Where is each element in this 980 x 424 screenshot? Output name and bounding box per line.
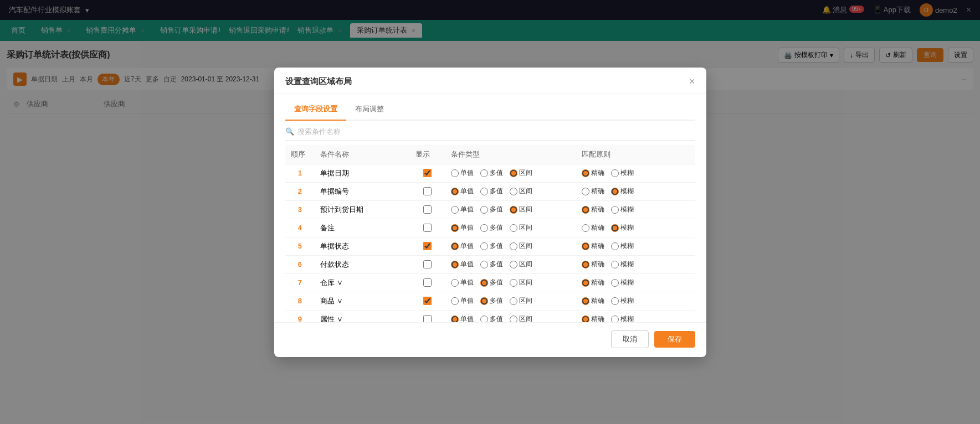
field-display-cell xyxy=(410,273,445,292)
type-radio-item[interactable]: 多值 xyxy=(480,296,503,306)
match-radio-item[interactable]: 精确 xyxy=(582,205,604,214)
type-radio-item[interactable]: 多值 xyxy=(480,260,503,269)
type-radio-item[interactable]: 多值 xyxy=(480,314,503,322)
field-display-checkbox[interactable] xyxy=(423,224,432,232)
match-radio-item[interactable]: 精确 xyxy=(582,223,604,232)
type-radio-item[interactable]: 单值 xyxy=(451,260,474,269)
field-order: 7 xyxy=(285,273,315,292)
type-radio-item[interactable]: 多值 xyxy=(480,278,503,287)
type-radio-item[interactable]: 单值 xyxy=(451,241,474,251)
field-match-cell: 精确模糊 xyxy=(576,237,695,255)
type-radio-item[interactable]: 区间 xyxy=(510,168,532,178)
table-row: 3预计到货日期单值多值区间精确模糊 xyxy=(285,200,695,219)
match-radio-item[interactable]: 模糊 xyxy=(611,296,634,306)
match-radio-item[interactable]: 精确 xyxy=(582,314,604,322)
table-row: 1单据日期单值多值区间精确模糊 xyxy=(285,164,695,182)
type-radio-item[interactable]: 单值 xyxy=(451,223,474,232)
field-type-cell: 单值多值区间 xyxy=(445,292,576,310)
field-match-cell: 精确模糊 xyxy=(576,310,695,322)
search-input[interactable] xyxy=(297,127,408,136)
match-radio-item[interactable]: 模糊 xyxy=(611,241,634,251)
dialog-footer: 取消 保存 xyxy=(274,322,706,357)
type-radio-item[interactable]: 单值 xyxy=(451,296,474,306)
type-radio-item[interactable]: 区间 xyxy=(510,296,532,306)
field-display-checkbox[interactable] xyxy=(423,169,432,177)
fields-table-header: 顺序 条件名称 显示 条件类型 匹配原则 xyxy=(285,145,695,164)
save-btn[interactable]: 保存 xyxy=(654,331,695,348)
type-radio-item[interactable]: 区间 xyxy=(510,260,532,269)
field-type-cell: 单值多值区间 xyxy=(445,182,576,200)
search-row: 🔍 xyxy=(285,127,695,141)
field-type-cell: 单值多值区间 xyxy=(445,273,576,292)
match-radio-item[interactable]: 模糊 xyxy=(611,187,634,196)
field-name: 单据日期 xyxy=(315,164,410,182)
field-display-checkbox[interactable] xyxy=(423,315,432,322)
type-radio-item[interactable]: 区间 xyxy=(510,241,532,251)
field-display-checkbox[interactable] xyxy=(423,297,432,305)
match-radio-item[interactable]: 精确 xyxy=(582,168,604,178)
match-radio-item[interactable]: 模糊 xyxy=(611,260,634,269)
match-radio-item[interactable]: 模糊 xyxy=(611,278,634,287)
match-radio-item[interactable]: 精确 xyxy=(582,241,604,251)
field-order: 2 xyxy=(285,182,315,200)
table-row: 9属性 ∨单值多值区间精确模糊 xyxy=(285,310,695,322)
match-radio-item[interactable]: 模糊 xyxy=(611,205,634,214)
type-radio-item[interactable]: 单值 xyxy=(451,205,474,214)
field-order: 5 xyxy=(285,237,315,255)
type-radio-item[interactable]: 多值 xyxy=(480,223,503,232)
field-name: 备注 xyxy=(315,219,410,237)
fields-table-scroll[interactable]: 顺序 条件名称 显示 条件类型 匹配原则 1单据日期单值多值区间精确模糊2单据编… xyxy=(285,145,695,322)
type-radio-item[interactable]: 区间 xyxy=(510,314,532,322)
type-radio-item[interactable]: 区间 xyxy=(510,223,532,232)
table-row: 5单据状态单值多值区间精确模糊 xyxy=(285,237,695,255)
field-order: 6 xyxy=(285,255,315,273)
type-radio-item[interactable]: 区间 xyxy=(510,187,532,196)
cancel-btn[interactable]: 取消 xyxy=(611,330,649,348)
field-match-cell: 精确模糊 xyxy=(576,273,695,292)
field-display-checkbox[interactable] xyxy=(423,242,432,250)
type-radio-item[interactable]: 单值 xyxy=(451,187,474,196)
field-match-cell: 精确模糊 xyxy=(576,182,695,200)
fields-table: 顺序 条件名称 显示 条件类型 匹配原则 1单据日期单值多值区间精确模糊2单据编… xyxy=(285,145,695,322)
tab-query-fields[interactable]: 查询字段设置 xyxy=(285,101,346,121)
field-order: 8 xyxy=(285,292,315,310)
table-row: 4备注单值多值区间精确模糊 xyxy=(285,219,695,237)
field-type-cell: 单值多值区间 xyxy=(445,255,576,273)
match-radio-item[interactable]: 精确 xyxy=(582,278,604,287)
th-display: 显示 xyxy=(410,145,445,164)
type-radio-item[interactable]: 区间 xyxy=(510,278,532,287)
type-radio-item[interactable]: 单值 xyxy=(451,168,474,178)
type-radio-item[interactable]: 多值 xyxy=(480,168,503,178)
type-radio-item[interactable]: 多值 xyxy=(480,187,503,196)
type-radio-item[interactable]: 单值 xyxy=(451,278,474,287)
tab-layout[interactable]: 布局调整 xyxy=(346,101,393,121)
match-radio-item[interactable]: 模糊 xyxy=(611,314,634,322)
field-match-cell: 精确模糊 xyxy=(576,200,695,219)
match-radio-item[interactable]: 模糊 xyxy=(611,223,634,232)
dialog-header: 设置查询区域布局 × xyxy=(274,68,706,94)
field-order: 3 xyxy=(285,200,315,219)
field-display-checkbox[interactable] xyxy=(423,205,432,214)
field-display-cell xyxy=(410,164,445,182)
field-display-checkbox[interactable] xyxy=(423,260,432,268)
field-match-cell: 精确模糊 xyxy=(576,219,695,237)
field-type-cell: 单值多值区间 xyxy=(445,237,576,255)
field-display-checkbox[interactable] xyxy=(423,278,432,287)
type-radio-item[interactable]: 单值 xyxy=(451,314,474,322)
field-order: 4 xyxy=(285,219,315,237)
type-radio-item[interactable]: 区间 xyxy=(510,205,532,214)
search-icon: 🔍 xyxy=(285,127,294,136)
match-radio-item[interactable]: 精确 xyxy=(582,296,604,306)
dialog-close-btn[interactable]: × xyxy=(689,76,695,86)
dialog-tabs: 查询字段设置 布局调整 xyxy=(285,94,695,121)
field-display-checkbox[interactable] xyxy=(423,187,432,195)
field-display-cell xyxy=(410,237,445,255)
type-radio-item[interactable]: 多值 xyxy=(480,205,503,214)
field-display-cell xyxy=(410,292,445,310)
match-radio-item[interactable]: 精确 xyxy=(582,187,604,196)
match-radio-item[interactable]: 模糊 xyxy=(611,168,634,178)
field-type-cell: 单值多值区间 xyxy=(445,310,576,322)
table-row: 2单据编号单值多值区间精确模糊 xyxy=(285,182,695,200)
match-radio-item[interactable]: 精确 xyxy=(582,260,604,269)
type-radio-item[interactable]: 多值 xyxy=(480,241,503,251)
